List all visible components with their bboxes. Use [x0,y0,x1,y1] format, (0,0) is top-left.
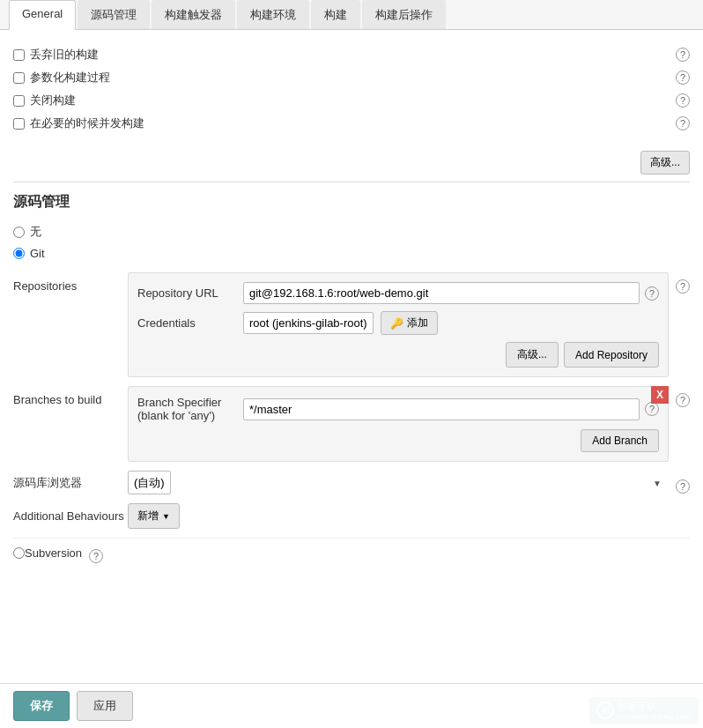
radio-subversion[interactable] [13,547,25,559]
save-button[interactable]: 保存 [13,691,70,721]
checkbox-label-1: 丢弃旧的构建 [30,47,99,63]
main-content: 丢弃旧的构建 ? 参数化构建过程 ? 关闭构建 ? 在必要的时候并发构建 ? 高… [0,30,703,717]
checkbox-concurrent[interactable] [13,118,25,130]
bottom-bar: 保存 应用 [0,683,703,728]
repositories-help[interactable]: ? [676,279,690,293]
repo-buttons-row: 高级... Add Repository [137,342,659,368]
credentials-row: Credentials root (jenkins-gilab-root) 🔑 … [137,311,659,335]
radio-none-label: 无 [30,224,41,240]
section-title-source: 源码管理 [13,182,690,220]
branches-block: Branches to build X Branch Specifier (bl… [13,386,690,462]
help-icon-2[interactable]: ? [676,71,690,85]
help-icon-4[interactable]: ? [676,116,690,130]
repositories-label: Repositories [13,272,128,293]
key-icon: 🔑 [390,317,403,330]
checkbox-disable[interactable] [13,95,25,107]
repo-advanced-button[interactable]: 高级... [506,342,559,368]
additional-block: Additional Behaviours 新增 ▼ [13,503,690,529]
credentials-label: Credentials [137,316,243,330]
scm-browser-label: 源码库浏览器 [13,475,128,491]
tab-env[interactable]: 构建环境 [237,0,309,29]
branch-specifier-help[interactable]: ? [645,402,659,416]
radio-git[interactable] [13,248,25,259]
checkbox-row-3: 关闭构建 ? [13,89,690,112]
apply-button[interactable]: 应用 [77,691,133,721]
add-branch-button[interactable]: Add Branch [581,429,659,452]
radio-none[interactable] [13,227,25,238]
advanced-button[interactable]: 高级... [640,151,690,175]
checkbox-row-1: 丢弃旧的构建 ? [13,43,690,66]
radio-git-row: Git [13,243,690,264]
checkboxes-section: 丢弃旧的构建 ? 参数化构建过程 ? 关闭构建 ? 在必要的时候并发构建 ? [13,39,690,144]
branch-buttons-row: Add Branch [137,429,659,452]
tab-post[interactable]: 构建后操作 [362,0,446,29]
checkbox-row-4: 在必要的时候并发构建 ? [13,112,690,135]
subversion-row: Subversion ? [13,538,690,567]
repo-url-row: Repository URL ? [137,282,659,304]
branches-label: Branches to build [13,386,128,406]
checkbox-parameterized[interactable] [13,72,25,84]
tab-build[interactable]: 构建 [311,0,360,29]
remove-branch-button[interactable]: X [651,386,669,404]
repo-url-input[interactable] [243,282,640,304]
branches-content: X Branch Specifier (blank for 'any') ? A… [128,386,669,462]
scm-browser-block: 源码库浏览器 (自动) ? [13,471,690,494]
radio-none-row: 无 [13,220,690,243]
branch-specifier-input[interactable] [243,398,640,420]
help-icon-1[interactable]: ? [676,48,690,62]
branch-specifier-row: Branch Specifier (blank for 'any') ? [137,396,659,422]
branches-help[interactable]: ? [676,393,690,407]
new-behaviour-label: 新增 [137,509,159,524]
scm-browser-select-wrapper: (自动) [128,471,669,494]
checkbox-discard-builds[interactable] [13,49,25,61]
repo-url-help[interactable]: ? [645,286,659,301]
branch-specifier-label: Branch Specifier (blank for 'any') [137,396,243,422]
repositories-block: Repositories Repository URL ? Credential… [13,272,690,377]
radio-git-label: Git [30,247,45,260]
subversion-help[interactable]: ? [89,549,103,563]
checkbox-label-4: 在必要的时候并发构建 [30,115,144,131]
repo-url-label: Repository URL [137,286,243,300]
add-credentials-button[interactable]: 🔑 添加 [381,311,438,335]
additional-label: Additional Behaviours [13,509,128,523]
new-behaviour-button[interactable]: 新增 ▼ [128,503,180,529]
repositories-content: Repository URL ? Credentials root (jenki… [128,272,669,377]
dropdown-arrow-icon: ▼ [162,512,170,521]
tab-source[interactable]: 源码管理 [78,0,150,29]
subversion-label: Subversion [25,546,82,560]
tab-trigger[interactable]: 构建触发器 [152,0,235,29]
checkbox-label-3: 关闭构建 [30,93,76,108]
scm-browser-help[interactable]: ? [676,479,690,494]
tab-bar: General 源码管理 构建触发器 构建环境 构建 构建后操作 [0,0,703,30]
add-cred-label: 添加 [407,316,428,331]
checkbox-label-2: 参数化构建过程 [30,70,110,85]
advanced-row: 高级... [13,144,690,182]
help-icon-3[interactable]: ? [676,93,690,108]
add-repository-button[interactable]: Add Repository [564,342,659,368]
credentials-select[interactable]: root (jenkins-gilab-root) [243,312,374,334]
scm-browser-select[interactable]: (自动) [128,471,171,494]
checkbox-row-2: 参数化构建过程 ? [13,66,690,89]
tab-general[interactable]: General [9,0,76,30]
